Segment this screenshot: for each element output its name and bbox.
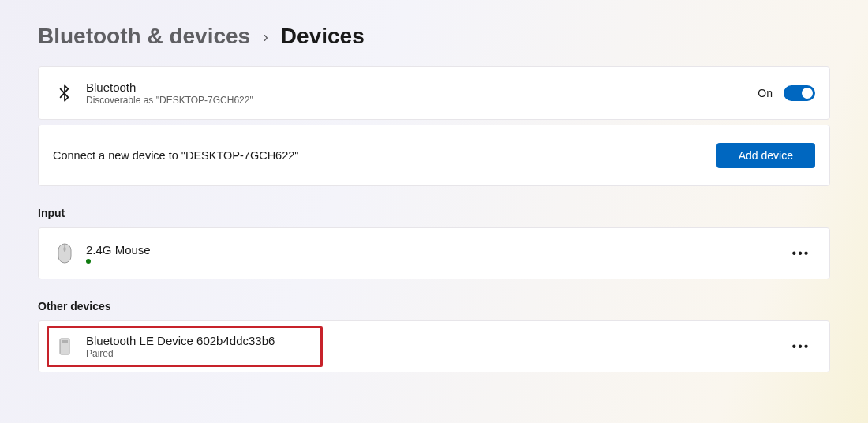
section-heading-input: Input (38, 207, 830, 219)
bluetooth-toggle[interactable] (784, 85, 815, 101)
more-options-button[interactable]: ••• (787, 332, 815, 361)
status-indicator-connected (86, 259, 91, 264)
mouse-icon (53, 242, 77, 264)
svg-rect-2 (64, 247, 66, 251)
device-status: Paired (86, 348, 275, 359)
bluetooth-subtitle: Discoverable as "DESKTOP-7GCH622" (86, 95, 253, 106)
more-options-button[interactable]: ••• (787, 239, 815, 268)
device-text-block: Bluetooth LE Device 602b4ddc33b6 Paired (86, 334, 275, 359)
breadcrumb-current: Devices (281, 24, 365, 49)
device-generic-icon (53, 338, 77, 355)
svg-rect-4 (62, 340, 68, 343)
add-device-button[interactable]: Add device (716, 143, 815, 168)
device-row-mouse[interactable]: 2.4G Mouse ••• (38, 227, 830, 279)
breadcrumb-parent[interactable]: Bluetooth & devices (38, 24, 250, 49)
device-name: 2.4G Mouse (86, 243, 151, 256)
device-text-block: 2.4G Mouse (86, 243, 151, 264)
section-heading-other: Other devices (38, 300, 830, 313)
breadcrumb: Bluetooth & devices › Devices (38, 24, 830, 49)
bluetooth-toggle-card[interactable]: Bluetooth Discoverable as "DESKTOP-7GCH6… (38, 66, 830, 120)
bluetooth-icon (53, 83, 77, 103)
bluetooth-toggle-label: On (758, 87, 773, 99)
connect-device-card: Connect a new device to "DESKTOP-7GCH622… (38, 125, 830, 186)
bluetooth-title: Bluetooth (86, 80, 253, 94)
bluetooth-text-block: Bluetooth Discoverable as "DESKTOP-7GCH6… (86, 80, 253, 106)
device-row-ble[interactable]: Bluetooth LE Device 602b4ddc33b6 Paired … (38, 320, 830, 372)
connect-device-text: Connect a new device to "DESKTOP-7GCH622… (53, 149, 298, 162)
chevron-right-icon: › (263, 28, 268, 46)
device-name: Bluetooth LE Device 602b4ddc33b6 (86, 334, 275, 347)
